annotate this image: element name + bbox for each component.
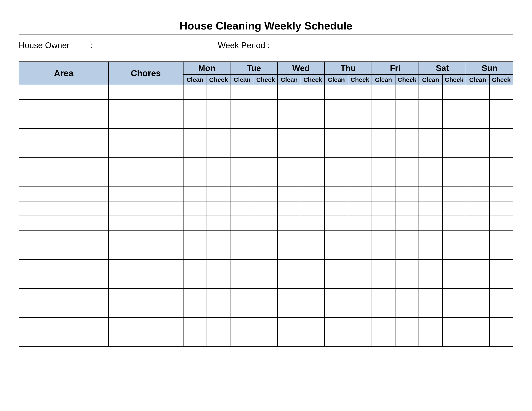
cell-day[interactable] — [301, 245, 324, 259]
cell-day[interactable] — [277, 289, 301, 303]
cell-area[interactable] — [19, 289, 108, 303]
cell-day[interactable] — [466, 318, 489, 332]
cell-day[interactable] — [348, 158, 371, 172]
cell-day[interactable] — [372, 332, 395, 347]
cell-day[interactable] — [489, 100, 513, 114]
cell-area[interactable] — [19, 245, 108, 259]
cell-day[interactable] — [348, 187, 371, 201]
cell-day[interactable] — [183, 289, 207, 303]
cell-day[interactable] — [466, 216, 489, 230]
cell-day[interactable] — [395, 143, 419, 158]
cell-day[interactable] — [325, 158, 348, 172]
cell-day[interactable] — [230, 129, 254, 143]
cell-day[interactable] — [183, 245, 207, 259]
cell-day[interactable] — [183, 332, 207, 347]
cell-day[interactable] — [207, 100, 230, 114]
cell-day[interactable] — [325, 172, 348, 187]
cell-day[interactable] — [348, 245, 371, 259]
cell-day[interactable] — [348, 332, 371, 347]
cell-day[interactable] — [254, 158, 277, 172]
cell-day[interactable] — [489, 143, 513, 158]
cell-day[interactable] — [442, 274, 466, 289]
cell-day[interactable] — [254, 245, 277, 259]
cell-day[interactable] — [325, 230, 348, 245]
cell-day[interactable] — [466, 201, 489, 216]
cell-day[interactable] — [348, 274, 371, 289]
cell-chores[interactable] — [108, 303, 183, 318]
cell-area[interactable] — [19, 172, 108, 187]
cell-day[interactable] — [442, 332, 466, 347]
cell-day[interactable] — [348, 318, 371, 332]
cell-chores[interactable] — [108, 158, 183, 172]
cell-day[interactable] — [207, 172, 230, 187]
cell-day[interactable] — [419, 303, 442, 318]
cell-day[interactable] — [183, 143, 207, 158]
cell-area[interactable] — [19, 187, 108, 201]
cell-day[interactable] — [419, 245, 442, 259]
cell-day[interactable] — [277, 143, 301, 158]
cell-day[interactable] — [325, 318, 348, 332]
cell-day[interactable] — [395, 158, 419, 172]
cell-day[interactable] — [442, 318, 466, 332]
cell-day[interactable] — [254, 85, 277, 100]
cell-day[interactable] — [372, 230, 395, 245]
cell-day[interactable] — [419, 187, 442, 201]
cell-day[interactable] — [277, 216, 301, 230]
cell-day[interactable] — [442, 289, 466, 303]
cell-day[interactable] — [230, 259, 254, 274]
cell-day[interactable] — [419, 201, 442, 216]
cell-day[interactable] — [183, 100, 207, 114]
cell-day[interactable] — [372, 245, 395, 259]
cell-day[interactable] — [277, 114, 301, 129]
cell-day[interactable] — [207, 143, 230, 158]
cell-day[interactable] — [325, 245, 348, 259]
cell-day[interactable] — [489, 114, 513, 129]
cell-day[interactable] — [419, 274, 442, 289]
cell-day[interactable] — [207, 129, 230, 143]
cell-day[interactable] — [277, 129, 301, 143]
cell-day[interactable] — [230, 114, 254, 129]
cell-day[interactable] — [348, 230, 371, 245]
cell-day[interactable] — [301, 332, 324, 347]
cell-day[interactable] — [325, 303, 348, 318]
cell-day[interactable] — [466, 332, 489, 347]
cell-day[interactable] — [442, 100, 466, 114]
cell-chores[interactable] — [108, 245, 183, 259]
cell-day[interactable] — [254, 100, 277, 114]
cell-day[interactable] — [230, 172, 254, 187]
cell-day[interactable] — [254, 216, 277, 230]
cell-chores[interactable] — [108, 289, 183, 303]
cell-day[interactable] — [325, 100, 348, 114]
cell-day[interactable] — [254, 303, 277, 318]
cell-day[interactable] — [254, 114, 277, 129]
cell-day[interactable] — [372, 216, 395, 230]
cell-day[interactable] — [419, 172, 442, 187]
cell-day[interactable] — [348, 143, 371, 158]
cell-day[interactable] — [301, 187, 324, 201]
cell-day[interactable] — [419, 318, 442, 332]
cell-day[interactable] — [348, 216, 371, 230]
cell-day[interactable] — [207, 245, 230, 259]
cell-day[interactable] — [230, 85, 254, 100]
cell-day[interactable] — [207, 303, 230, 318]
cell-day[interactable] — [207, 318, 230, 332]
cell-day[interactable] — [230, 201, 254, 216]
cell-day[interactable] — [348, 100, 371, 114]
cell-day[interactable] — [325, 289, 348, 303]
cell-area[interactable] — [19, 332, 108, 347]
cell-day[interactable] — [372, 114, 395, 129]
cell-day[interactable] — [207, 114, 230, 129]
cell-day[interactable] — [442, 85, 466, 100]
cell-day[interactable] — [230, 230, 254, 245]
cell-day[interactable] — [301, 172, 324, 187]
cell-day[interactable] — [372, 158, 395, 172]
cell-day[interactable] — [348, 172, 371, 187]
cell-day[interactable] — [325, 114, 348, 129]
cell-day[interactable] — [395, 187, 419, 201]
cell-day[interactable] — [207, 201, 230, 216]
cell-day[interactable] — [207, 332, 230, 347]
cell-day[interactable] — [207, 259, 230, 274]
cell-chores[interactable] — [108, 100, 183, 114]
cell-day[interactable] — [254, 274, 277, 289]
cell-day[interactable] — [183, 216, 207, 230]
